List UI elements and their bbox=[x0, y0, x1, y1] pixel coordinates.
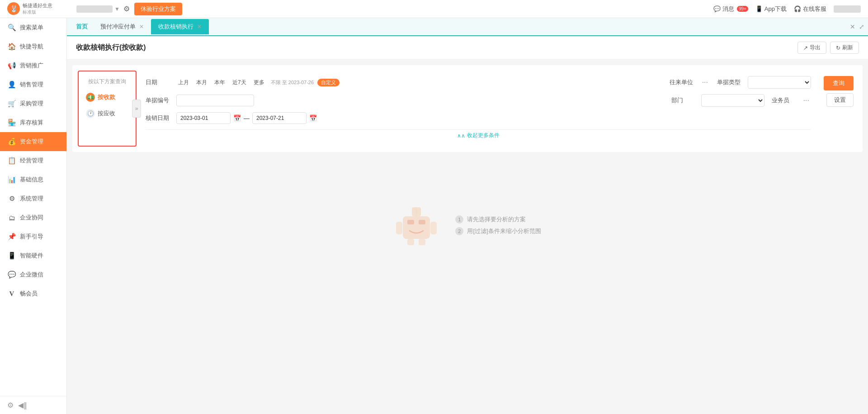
logo-area: 🐰 畅捷通好生意 标准版 bbox=[7, 2, 73, 15]
sidebar-item-label: 智能硬件 bbox=[20, 252, 43, 260]
tab-home[interactable]: 首页 bbox=[71, 19, 93, 34]
custom-date-badge[interactable]: 自定义 bbox=[317, 79, 340, 86]
tab-receivable-label: 收款核销执行 bbox=[158, 23, 193, 31]
sidebar-item-fund[interactable]: 💰 资金管理 bbox=[0, 132, 66, 151]
empty-illustration bbox=[394, 203, 439, 248]
refresh-button[interactable]: ↻ 刷新 bbox=[830, 42, 859, 54]
industry-solution-button[interactable]: 休验行业方案 bbox=[134, 3, 182, 15]
query-button[interactable]: 查询 bbox=[824, 76, 854, 90]
wechat-icon: 💬 bbox=[7, 271, 16, 279]
filter-by-receipt[interactable]: 💵 按收款 bbox=[79, 89, 136, 105]
sidebar-item-inventory[interactable]: 🏪 库存核算 bbox=[0, 113, 66, 132]
sidebar-settings-button[interactable]: ⚙ bbox=[7, 401, 14, 409]
guide-icon: 📌 bbox=[7, 233, 16, 241]
svg-rect-8 bbox=[419, 239, 425, 245]
export-label: 导出 bbox=[810, 44, 821, 52]
hint-num-1: 1 bbox=[455, 215, 463, 224]
counterpart-dots-btn[interactable]: ··· bbox=[700, 78, 710, 86]
sidebar-item-guide[interactable]: 📌 新手引导 bbox=[0, 227, 66, 246]
message-badge: 99+ bbox=[737, 6, 748, 12]
filter-form: 日期 上月 本月 本年 近7天 更多 不限 至 2023-07-26 bbox=[137, 71, 820, 147]
logo-text-block: 畅捷通好生意 标准版 bbox=[23, 2, 52, 15]
sidebar-collapse-button[interactable]: ◀‖ bbox=[18, 401, 27, 409]
app-edition: 标准版 bbox=[23, 9, 52, 15]
app-name: 畅捷通好生意 bbox=[23, 2, 52, 9]
online-service-button[interactable]: 🎧 在线客服 bbox=[794, 5, 826, 13]
sidebar-item-label: 新手引导 bbox=[20, 233, 43, 241]
sidebar-item-operation[interactable]: 📋 经营管理 bbox=[0, 151, 66, 170]
filter-scheme-panel: 按以下方案查询 💵 按收款 🕐 按应收 » bbox=[78, 71, 137, 147]
doc-type-select[interactable] bbox=[748, 76, 811, 89]
sidebar-item-sales[interactable]: 👤 销售管理 bbox=[0, 75, 66, 94]
collapse-more-conditions-btn[interactable]: ∧∧ 收起更多条件 bbox=[146, 129, 811, 141]
tab-prepay[interactable]: 预付冲应付单 ✕ bbox=[93, 19, 151, 34]
sidebar-item-system[interactable]: ⚙ 系统管理 bbox=[0, 189, 66, 208]
last-month-btn[interactable]: 上月 bbox=[175, 78, 192, 87]
filter-by-receivable[interactable]: 🕐 按应收 bbox=[79, 105, 136, 122]
app-download-button[interactable]: 📱 App下载 bbox=[755, 5, 787, 13]
doc-no-input[interactable] bbox=[176, 95, 254, 106]
sidebar-item-quick-nav[interactable]: 🏠 快捷导航 bbox=[0, 37, 66, 56]
filter-row-2: 单据编号 部门 业务员 ··· bbox=[146, 94, 811, 107]
sidebar-item-label: 快捷导航 bbox=[20, 43, 43, 51]
empty-hints: 1 请先选择要分析的方案 2 用[过滤]条件来缩小分析范围 bbox=[455, 215, 541, 235]
collapse-up-icon: ∧∧ bbox=[457, 133, 465, 139]
export-button[interactable]: ↗ 导出 bbox=[797, 42, 826, 54]
date-buttons: 上月 本月 本年 近7天 更多 不限 至 2023-07-26 自定义 bbox=[175, 78, 340, 87]
svg-rect-6 bbox=[430, 222, 437, 234]
gear-settings-button[interactable]: ⚙ bbox=[123, 5, 130, 13]
sidebar-item-wechat[interactable]: 💬 企业微信 bbox=[0, 265, 66, 284]
content-area: 首页 预付冲应付单 ✕ 收款核销执行 ✕ ✕ ⤢ 收款核销执行(按收款) bbox=[67, 18, 868, 414]
message-icon: 💬 bbox=[713, 5, 721, 12]
more-date-btn[interactable]: 更多 bbox=[251, 78, 267, 87]
tab-expand-button[interactable]: ⤢ bbox=[859, 23, 864, 30]
app-selector[interactable]: ▼ bbox=[76, 5, 120, 13]
blurred-user-name bbox=[834, 5, 861, 13]
sidebar-item-purchase[interactable]: 🛒 采购管理 bbox=[0, 94, 66, 113]
calendar-from-icon[interactable]: 📅 bbox=[233, 114, 241, 122]
this-month-btn[interactable]: 本月 bbox=[193, 78, 210, 87]
sidebar-item-label: 搜索菜单 bbox=[20, 24, 43, 32]
calendar-to-icon[interactable]: 📅 bbox=[309, 114, 317, 122]
filter-row-3: 核销日期 📅 — 📅 bbox=[146, 112, 811, 124]
last-7days-btn[interactable]: 近7天 bbox=[230, 78, 249, 87]
blurred-company-name bbox=[76, 5, 113, 13]
date-label: 日期 bbox=[146, 78, 168, 86]
svg-rect-7 bbox=[407, 239, 414, 245]
verify-date-to-input[interactable] bbox=[252, 112, 307, 124]
setting-button[interactable]: 设置 bbox=[826, 93, 854, 107]
sidebar-item-label: 畅会员 bbox=[20, 290, 38, 298]
marketing-icon: 📢 bbox=[7, 62, 16, 70]
user-area[interactable] bbox=[834, 5, 861, 13]
right-filters: 往来单位 ··· 单据类型 bbox=[670, 76, 811, 89]
doc-type-label: 单据类型 bbox=[717, 78, 741, 86]
this-year-btn[interactable]: 本年 bbox=[212, 78, 228, 87]
verify-date-from-input[interactable] bbox=[176, 112, 231, 124]
doc-no-label: 单据编号 bbox=[146, 96, 169, 105]
message-button[interactable]: 💬 消息 99+ bbox=[713, 5, 748, 13]
filter-by-receipt-label: 按收款 bbox=[98, 93, 115, 101]
sidebar-item-hardware[interactable]: 📱 智能硬件 bbox=[0, 246, 66, 265]
tab-close-all-button[interactable]: ✕ bbox=[850, 23, 855, 30]
page-title: 收款核销执行(按收款) bbox=[76, 43, 146, 52]
sidebar-item-marketing[interactable]: 📢 营销推广 bbox=[0, 56, 66, 75]
tab-bar: 首页 预付冲应付单 ✕ 收款核销执行 ✕ ✕ ⤢ bbox=[67, 18, 868, 36]
tab-receivable[interactable]: 收款核销执行 ✕ bbox=[151, 19, 209, 34]
filter-collapse-button[interactable]: » bbox=[132, 100, 141, 118]
dropdown-arrow-icon[interactable]: ▼ bbox=[114, 6, 120, 12]
sidebar-item-member[interactable]: V 畅会员 bbox=[0, 284, 66, 303]
salesperson-dots-btn[interactable]: ··· bbox=[802, 96, 811, 105]
sidebar-item-basic-info[interactable]: 📊 基础信息 bbox=[0, 170, 66, 189]
sidebar-item-search-menu[interactable]: 🔍 搜索菜单 bbox=[0, 18, 66, 37]
sidebar-item-label: 基础信息 bbox=[20, 176, 43, 184]
empty-hint-1-text: 请先选择要分析的方案 bbox=[467, 215, 526, 224]
filter-scheme-title: 按以下方案查询 bbox=[79, 76, 136, 89]
tab-prepay-close[interactable]: ✕ bbox=[139, 24, 144, 30]
sidebar: 🔍 搜索菜单 🏠 快捷导航 📢 营销推广 👤 销售管理 🛒 采购管理 🏪 库存核… bbox=[0, 18, 67, 414]
dept-select[interactable] bbox=[701, 94, 764, 107]
tab-receivable-close[interactable]: ✕ bbox=[197, 24, 202, 30]
svg-rect-2 bbox=[419, 220, 425, 224]
no-limit-text: 不限 bbox=[271, 80, 281, 85]
sidebar-item-enterprise[interactable]: 🗂 企业协同 bbox=[0, 208, 66, 227]
filter-by-receivable-label: 按应收 bbox=[98, 109, 115, 118]
